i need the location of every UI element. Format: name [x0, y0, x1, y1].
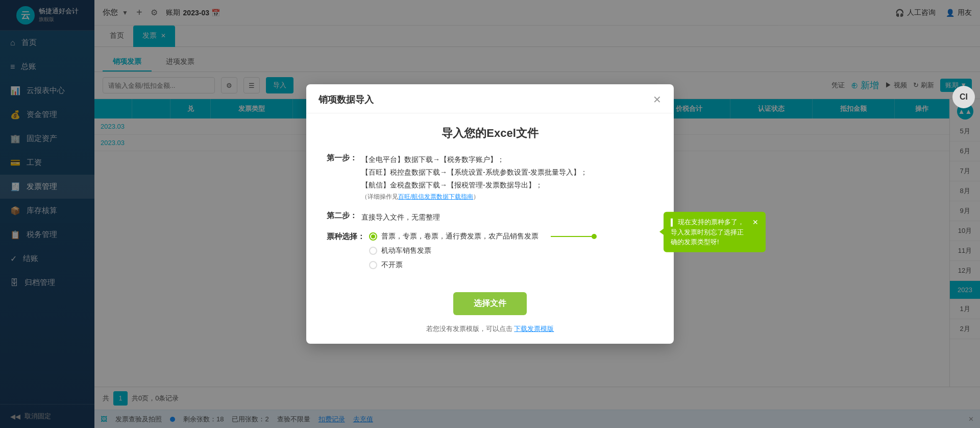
- ticket-select-row: 票种选择： 普票，专票，卷票，通行费发票，农产品销售发票 机动车销售发票: [327, 232, 653, 270]
- step2-content: 直接导入文件，无需整理: [361, 211, 440, 224]
- tooltip-text: 现在支持的票种多了，导入发票时别忘了选择正确的发票类型呀!: [671, 218, 744, 246]
- ticket-select-label: 票种选择：: [327, 232, 365, 242]
- radio-label-2: 机动车销售发票: [381, 246, 431, 255]
- step2-row: 第二步： 直接导入文件，无需整理: [327, 211, 653, 224]
- radio-btn-3[interactable]: [369, 261, 377, 269]
- tooltip-line: [551, 236, 592, 237]
- tooltip-close-btn[interactable]: ✕: [752, 217, 758, 228]
- select-file-btn[interactable]: 选择文件: [453, 292, 527, 315]
- step1-content: 【全电平台】数据下载→【税务数字账户】； 【百旺】税控盘数据下载→【系统设置-系…: [361, 153, 587, 203]
- step1-line2: 【百旺】税控盘数据下载→【系统设置-系统参数设置-发票批量导入】；: [361, 166, 587, 179]
- modal-bottom-text: 若您没有发票模版，可以点击 下载发票模版: [306, 319, 674, 344]
- step2-label: 第二步：: [327, 211, 357, 224]
- modal-footer: 选择文件: [306, 284, 674, 319]
- modal-title: 销项数据导入: [318, 93, 374, 106]
- avatar-text: CI: [960, 92, 968, 102]
- radio-row-2: 机动车销售发票: [369, 246, 597, 255]
- import-modal: 销项数据导入 ✕ 导入您的Excel文件 第一步： 【全电平台】数据下载→【税务…: [306, 84, 674, 344]
- radio-btn-2[interactable]: [369, 247, 377, 255]
- step1-link[interactable]: 百旺/航信发票数据下载指南: [398, 193, 473, 200]
- tooltip-bar: [671, 218, 673, 226]
- tooltip-bubble: ✕ 现在支持的票种多了，导入发票时别忘了选择正确的发票类型呀!: [664, 212, 766, 252]
- step1-row: 第一步： 【全电平台】数据下载→【税务数字账户】； 【百旺】税控盘数据下载→【系…: [327, 153, 653, 203]
- step1-label: 第一步：: [327, 153, 357, 203]
- avatar-circle: CI: [952, 86, 975, 108]
- modal-header: 销项数据导入 ✕: [306, 84, 674, 113]
- modal-close-btn[interactable]: ✕: [653, 93, 662, 106]
- radio-row-3: 不开票: [369, 260, 597, 270]
- ticket-options: 普票，专票，卷票，通行费发票，农产品销售发票 机动车销售发票 不开票: [369, 232, 597, 270]
- tooltip-dot: [592, 234, 597, 239]
- step1-line1: 【全电平台】数据下载→【税务数字账户】；: [361, 153, 587, 166]
- radio-row-1: 普票，专票，卷票，通行费发票，农产品销售发票: [369, 232, 597, 241]
- step2-text: 直接导入文件，无需整理: [361, 213, 440, 221]
- modal-bottom-prefix: 若您没有发票模版，可以点击: [426, 325, 512, 332]
- step1-line3: 【航信】金税盘数据下载→【报税管理-发票数据导出】；: [361, 179, 587, 192]
- download-template-link[interactable]: 下载发票模版: [514, 325, 554, 332]
- step1-hint: （详细操作见百旺/航信发票数据下载指南）: [361, 192, 587, 203]
- radio-label-3: 不开票: [381, 260, 403, 270]
- radio-btn-1[interactable]: [369, 232, 377, 241]
- radio-label-1: 普票，专票，卷票，通行费发票，农产品销售发票: [381, 232, 538, 241]
- tooltip-indicator-row: [551, 234, 597, 239]
- modal-main-title: 导入您的Excel文件: [327, 126, 653, 141]
- modal-overlay[interactable]: 销项数据导入 ✕ 导入您的Excel文件 第一步： 【全电平台】数据下载→【税务…: [0, 0, 980, 428]
- modal-body: 导入您的Excel文件 第一步： 【全电平台】数据下载→【税务数字账户】； 【百…: [306, 113, 674, 284]
